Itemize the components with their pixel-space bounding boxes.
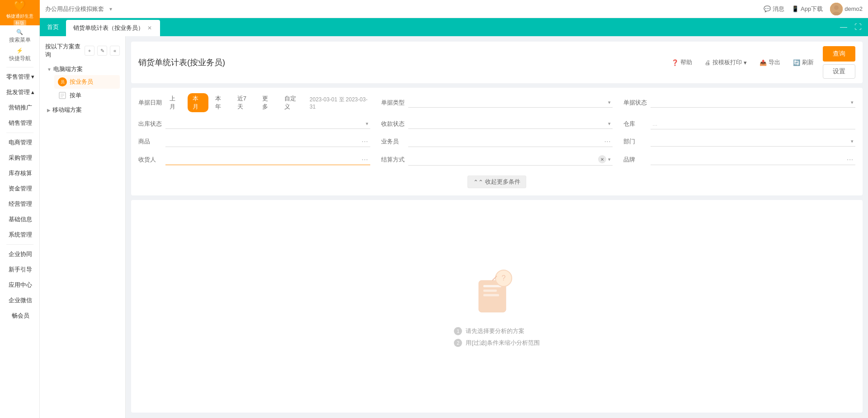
empty-tip-1: 1 请先选择要分析的方案 bbox=[454, 327, 539, 335]
payment-recv-label: 收款状态 bbox=[381, 120, 408, 128]
template-print-button[interactable]: 🖨 按模板打印 ▾ bbox=[701, 57, 750, 68]
query-button[interactable]: 查询 bbox=[823, 46, 855, 62]
date-label: 单据日期 bbox=[138, 99, 165, 107]
add-scheme-button[interactable]: + bbox=[85, 46, 94, 56]
shipment-control[interactable]: ▾ bbox=[165, 119, 370, 129]
scheme-by-order[interactable]: 按单 bbox=[54, 89, 120, 102]
date-this-year-btn[interactable]: 本年 bbox=[211, 93, 231, 112]
sidebar-item-sales[interactable]: 销售管理 bbox=[0, 115, 40, 131]
help-button[interactable]: ❓ 帮助 bbox=[668, 57, 696, 68]
sidebar-item-operations[interactable]: 经营管理 bbox=[0, 196, 40, 212]
sidebar-item-system[interactable]: 系统管理 bbox=[0, 227, 40, 242]
staff-filter-item: 业务员 ··· bbox=[381, 136, 613, 147]
payment-recv-control[interactable]: ▾ bbox=[408, 119, 613, 129]
payment-method-control[interactable]: ✕ ▾ bbox=[408, 153, 613, 166]
warehouse-filter-item: 仓库 ... bbox=[623, 119, 855, 129]
tab-maximize-icon[interactable]: ⛶ bbox=[852, 21, 864, 33]
date-range-display: 2023-03-01 至 2023-03-31 bbox=[310, 96, 370, 110]
search-menu-item[interactable]: 🔍 搜索菜单 bbox=[9, 25, 31, 46]
empty-illustration: ? bbox=[470, 262, 524, 318]
sidebar-item-retail[interactable]: 零售管理 ▾ bbox=[0, 69, 40, 85]
staff-label: 业务员 bbox=[381, 138, 408, 146]
plus-icon: + bbox=[88, 48, 91, 53]
sidebar-item-enterprise[interactable]: 企业协同 bbox=[0, 247, 40, 262]
sidebar-item-ecommerce[interactable]: 电商管理 bbox=[0, 135, 40, 150]
page-title: 销货单统计表(按业务员) bbox=[138, 57, 225, 68]
content-area: 按以下方案查询 + ✎ « ▼ 电脑端方案 员 按业务员 bbox=[40, 36, 868, 418]
message-button[interactable]: 💬 消息 bbox=[764, 5, 784, 13]
doc-type-control[interactable]: ▾ bbox=[408, 98, 613, 108]
app-logo: 🧡 畅捷通好生意 标版 bbox=[0, 0, 40, 25]
left-panel-icons: + ✎ « bbox=[85, 46, 120, 56]
warehouse-control[interactable]: ... bbox=[651, 119, 855, 129]
export-button[interactable]: 📤 导出 bbox=[756, 57, 784, 68]
search-icon: 🔍 bbox=[16, 29, 23, 35]
svg-text:?: ? bbox=[502, 274, 506, 282]
staff-control[interactable]: ··· bbox=[408, 136, 613, 147]
settings-button[interactable]: 设置 bbox=[823, 64, 855, 79]
doc-type-arrow: ▾ bbox=[608, 100, 611, 105]
brand-control[interactable]: ··· bbox=[651, 154, 855, 165]
sidebar-item-purchase[interactable]: 采购管理 bbox=[0, 150, 40, 166]
username-label: demo2 bbox=[844, 5, 863, 12]
mobile-section[interactable]: ▶ 移动端方案 bbox=[45, 104, 120, 116]
tab-sales-stat[interactable]: 销货单统计表（按业务员） ✕ bbox=[66, 20, 160, 36]
sidebar-item-stock[interactable]: 库存核算 bbox=[0, 166, 40, 181]
tab-close-icon[interactable]: ✕ bbox=[146, 24, 153, 32]
collapse-row: ⌃⌃ 收起更多条件 bbox=[138, 172, 855, 190]
warehouse-label: 仓库 bbox=[623, 120, 651, 128]
app-download-button[interactable]: 📱 App下载 bbox=[792, 5, 823, 13]
dept-filter-item: 部门 ▾ bbox=[623, 137, 855, 147]
sidebar-item-basic[interactable]: 基础信息 bbox=[0, 212, 40, 227]
collapse-button[interactable]: ⌃⌃ 收起更多条件 bbox=[467, 176, 526, 188]
dept-control[interactable]: ▾ bbox=[651, 137, 855, 147]
filter-row-3: 商品 ··· 业务员 ··· bbox=[138, 136, 855, 147]
goods-filter-item: 商品 ··· bbox=[138, 136, 370, 147]
date-custom-btn[interactable]: 自定义 bbox=[280, 93, 305, 112]
refresh-button[interactable]: 🔄 刷新 bbox=[789, 57, 817, 68]
sidebar-item-finance[interactable]: 资金管理 bbox=[0, 181, 40, 196]
sidebar-item-member[interactable]: 畅会员 bbox=[0, 308, 40, 323]
breadcrumb-dropdown-icon[interactable]: ▾ bbox=[109, 6, 112, 12]
tab-home[interactable]: 首页 bbox=[40, 18, 66, 36]
shipment-filter-item: 出库状态 ▾ bbox=[138, 119, 370, 129]
receiver-control[interactable]: ··· bbox=[165, 154, 370, 165]
filter-row-2: 出库状态 ▾ 收款状态 ▾ bbox=[138, 119, 855, 129]
order-icon bbox=[58, 91, 67, 100]
sidebar-item-wechat[interactable]: 企业微信 bbox=[0, 293, 40, 308]
breadcrumb-text: 办公用品行业模拟账套 bbox=[45, 5, 104, 13]
date-this-month-btn[interactable]: 本月 bbox=[188, 93, 209, 112]
topbar: 办公用品行业模拟账套 ▾ 💬 消息 📱 App下载 demo2 bbox=[40, 0, 868, 18]
sidebar-item-wholesale[interactable]: 批发管理 ▴ bbox=[0, 85, 40, 100]
payment-method-clear-button[interactable]: ✕ bbox=[598, 155, 606, 163]
sidebar-item-newbie[interactable]: 新手引导 bbox=[0, 262, 40, 277]
brand-dots: ··· bbox=[847, 156, 854, 163]
user-menu[interactable]: demo2 bbox=[830, 3, 863, 15]
shipment-label: 出库状态 bbox=[138, 120, 165, 128]
sidebar-item-appstore[interactable]: 应用中心 bbox=[0, 277, 40, 293]
scheme-by-staff[interactable]: 员 按业务员 bbox=[54, 75, 120, 89]
brand-filter-item: 品牌 ··· bbox=[623, 154, 855, 165]
edit-scheme-button[interactable]: ✎ bbox=[97, 46, 107, 56]
dept-label: 部门 bbox=[623, 138, 651, 146]
desktop-section[interactable]: ▼ 电脑端方案 bbox=[45, 63, 120, 75]
goods-control[interactable]: ··· bbox=[165, 136, 370, 147]
tip-text-1: 请先选择要分析的方案 bbox=[466, 327, 524, 335]
shipment-arrow: ▾ bbox=[366, 121, 368, 127]
sidebar-item-marketing[interactable]: 营销推广 bbox=[0, 100, 40, 115]
page-actions: ❓ 帮助 🖨 按模板打印 ▾ 📤 导出 🔄 刷新 bbox=[668, 46, 855, 79]
tab-minimize-icon[interactable]: — bbox=[837, 21, 850, 33]
refresh-icon: 🔄 bbox=[793, 59, 800, 66]
date-7days-btn[interactable]: 近7天 bbox=[233, 93, 255, 112]
date-last-month-btn[interactable]: 上月 bbox=[165, 93, 185, 112]
message-icon: 💬 bbox=[764, 5, 771, 12]
desktop-section-label: 电脑端方案 bbox=[53, 65, 83, 73]
staff-dots: ··· bbox=[604, 138, 611, 145]
quick-nav-item[interactable]: ⚡ 快捷导航 bbox=[0, 46, 40, 65]
doc-status-control[interactable]: ▾ bbox=[651, 98, 855, 108]
date-more-btn[interactable]: 更多 bbox=[258, 93, 278, 112]
payment-recv-arrow: ▾ bbox=[608, 121, 611, 127]
tree-arrow-down: ▼ bbox=[47, 67, 52, 72]
collapse-panel-button[interactable]: « bbox=[110, 46, 120, 56]
dept-arrow: ▾ bbox=[851, 138, 854, 144]
